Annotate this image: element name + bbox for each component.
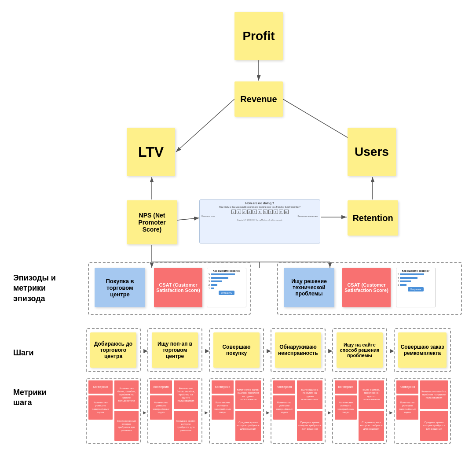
metric-conversion-6: Конверсия <box>396 380 418 394</box>
metrics-arrow-5-6: ► <box>388 409 394 416</box>
retention-node: Retention <box>348 200 398 236</box>
metric-completed-1: Количество успешно завершённых задач <box>88 395 113 420</box>
step-4: Обнаруживаю неисправность <box>275 332 321 368</box>
metrics-arrow-3-4: ► <box>265 409 271 416</box>
nps-survey-widget: How are we doing ? How likely is that yo… <box>199 199 320 243</box>
episode-csat-left: CSAT (Customer Satisfaction Score) <box>154 268 202 307</box>
metric-avgtime-2: Среднее время которое требуется для реше… <box>174 411 198 441</box>
revenue-node: Revenue <box>234 81 283 117</box>
metric-completed-5: Количество успешно завершённых задач <box>335 395 357 420</box>
metric-conversion-5: Конверсия <box>335 380 357 394</box>
metric-errors-6: Количество ошибок, проблем на одного пол… <box>420 380 448 409</box>
metrics-arrow-1-2: ► <box>142 409 147 416</box>
nps-node: NPS (Net Promoter Score) <box>127 200 177 244</box>
nps-scale: 0 1 2 3 4 5 6 7 8 9 10 <box>201 210 318 214</box>
steps-section-label: Шаги <box>13 348 34 358</box>
nps-right-label: Однозначно рекомендую <box>297 215 318 217</box>
svg-line-3 <box>176 99 234 152</box>
ltv-node: LTV <box>127 128 175 176</box>
episode-purchase: Покупка в торговом центре <box>95 268 145 307</box>
metric-avgtime-6: Среднее время которое требуется для реше… <box>420 411 448 441</box>
nps-widget-subtitle: How likely is that you would recommend C… <box>201 206 318 208</box>
step-5: Ищу на сайте способ решения проблемы <box>337 332 383 368</box>
metric-conversion-3: Конверсия <box>212 380 234 394</box>
metric-errors-1: Количество багов, ошибок, проблем на одн… <box>114 380 139 409</box>
profit-node: Profit <box>234 12 283 60</box>
metric-conversion-2: Конверсия <box>150 380 172 394</box>
metric-conversion-4: Конверсия <box>273 380 295 394</box>
metric-conversion-1: Конверсия <box>88 380 113 394</box>
episode-csat-right: CSAT (Customer Satisfaction Score) <box>342 268 391 307</box>
metrics-section-label: Метрикишага <box>13 387 47 408</box>
metric-avgtime-4: Среднее время которое требуется для реше… <box>297 411 322 441</box>
nps-left-label: Совсем не готов <box>201 215 215 217</box>
metric-completed-4: Количество успешно завершённых задач <box>273 395 295 420</box>
episode-tech-problem: Ищу решение технической проблемы <box>284 268 334 307</box>
step-2: Ищу поп-ап в торговом центре <box>152 332 198 368</box>
metric-completed-6: Количество успешно завершённых задач <box>396 395 418 420</box>
metric-avgtime-1: Среднее время которое требуется для реше… <box>114 411 139 441</box>
metric-errors-4: Было ошибок, проблем на одного пользоват… <box>297 380 322 409</box>
metrics-arrow-4-5: ► <box>327 409 332 416</box>
metric-avgtime-5: Среднее время которое требуется для реше… <box>359 411 384 441</box>
metric-errors-2: Количество багов, ошибок, проблем на одн… <box>174 380 198 409</box>
diagram-container: Profit Revenue LTV Users NPS (Net Promot… <box>0 0 476 450</box>
nps-copyright: Copyright © 1993-1977 SurveyMonkey. all … <box>237 219 283 221</box>
metric-errors-5: Было ошибок, проблем на одного пользоват… <box>359 380 384 409</box>
metric-errors-3: Количество багов, ошибок, проблем на одн… <box>235 380 261 409</box>
csat-screenshot-right: Как оцените сервис? 5 4 3 2 Отправить <box>396 268 436 307</box>
step-6: Совершаю заказ ремкомплекта <box>398 332 447 368</box>
csat-screenshot-left: Как оцените сервис? 5 4 3 2 1 <box>207 268 246 307</box>
metrics-arrow-2-3: ► <box>204 409 209 416</box>
nps-widget-title: How are we doing ? <box>201 202 318 205</box>
step-3: Совершаю покупку <box>213 332 260 368</box>
step-1: Добираюсь до торгового центра <box>90 332 136 368</box>
metric-completed-3: Количество успешно завершённых задач <box>212 395 234 420</box>
svg-line-7 <box>177 218 199 220</box>
metric-completed-2: Количество успешно завершённых задач <box>150 395 172 420</box>
metric-avgtime-3: Среднее время которое требуется для реше… <box>235 411 261 441</box>
episodes-section-label: Эпизоды иметрикиэпизода <box>13 273 88 304</box>
users-node: Users <box>348 128 396 176</box>
